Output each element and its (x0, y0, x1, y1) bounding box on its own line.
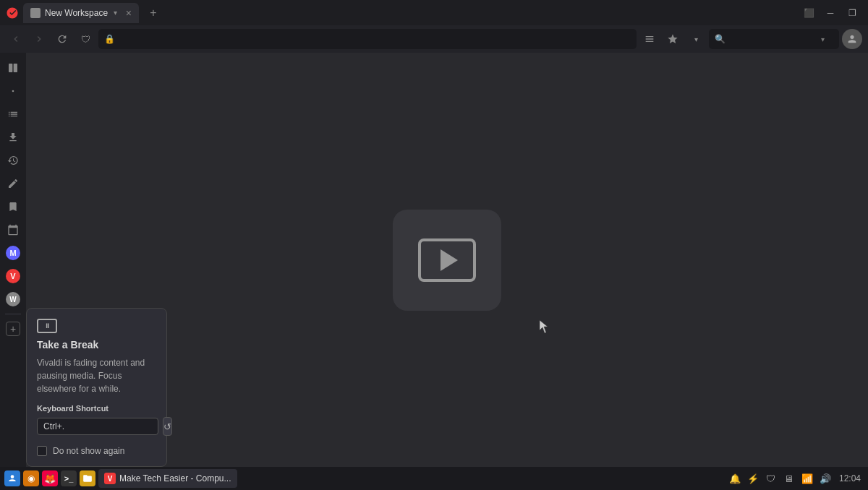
search-icon: 🔍 (715, 34, 726, 44)
taskbar-network-icon[interactable]: 📶 (800, 471, 814, 486)
bookmark-star-button[interactable] (663, 29, 683, 49)
svg-marker-3 (540, 320, 548, 333)
taskbar-terminal-icon[interactable]: >_ (61, 470, 77, 486)
svg-rect-0 (9, 64, 12, 72)
sidebar-divider (5, 314, 21, 314)
title-bar: New Workspace ▾ × + ⬛ ─ ❐ (0, 0, 868, 25)
tab-favicon (30, 8, 41, 18)
navigation-bar: 🛡 🔒 ▾ 🔍 ▾ (0, 25, 868, 53)
break-icon: ⏸ (37, 319, 57, 333)
shortcut-row: ↺ (37, 417, 156, 436)
media-paused-icon (393, 210, 501, 311)
cursor (540, 320, 548, 333)
shield-icon[interactable]: 🛡 (75, 29, 95, 49)
play-triangle (441, 249, 458, 271)
sidebar-item-add-panel[interactable]: + (2, 318, 24, 340)
address-input[interactable] (119, 34, 631, 45)
nav-dropdown-button[interactable]: ▾ (686, 29, 706, 49)
taskbar-app-label: Make Tech Easier - Compu... (119, 473, 231, 483)
do-not-show-label: Do not show again (53, 446, 124, 456)
taskbar-shield-icon[interactable]: 🛡 (764, 471, 778, 486)
sidebar-item-calendar[interactable] (2, 219, 24, 241)
taskbar-folder-icon[interactable] (80, 470, 95, 486)
svg-point-7 (11, 475, 14, 478)
lock-icon: 🔒 (104, 34, 115, 44)
search-dropdown-icon[interactable]: ▾ (821, 35, 825, 43)
take-a-break-panel: ⏸ Take a Break Vivaldi is fading content… (26, 308, 167, 467)
do-not-show-checkbox[interactable] (37, 446, 47, 456)
search-input[interactable] (730, 34, 817, 45)
sidebar-item-tab-strip[interactable] (2, 103, 24, 125)
bookmarks-button[interactable] (639, 29, 660, 49)
reload-button[interactable] (52, 29, 72, 49)
taskbar-penguin-icon[interactable] (4, 470, 20, 486)
taskbar-time: 12:04 (836, 473, 864, 483)
sidebar-item-history[interactable] (2, 150, 24, 171)
taskbar-display-icon[interactable]: 🖥 (782, 471, 796, 486)
restore-button[interactable]: ❐ (842, 5, 862, 21)
sidebar: M V W + (0, 53, 26, 467)
tab-dropdown-icon[interactable]: ▾ (114, 9, 117, 17)
window-controls: ⬛ ─ ❐ (799, 5, 862, 21)
sidebar-item-speed-dial[interactable] (2, 80, 24, 102)
svg-point-2 (12, 90, 14, 93)
taskbar-firefox-icon[interactable]: 🦊 (42, 470, 58, 486)
taskbar-right: 🔔 ⚡ 🛡 🖥 📶 🔊 12:04 (728, 471, 864, 486)
taskbar-vivaldi-app[interactable]: V Make Tech Easier - Compu... (98, 469, 237, 488)
new-tab-button[interactable]: + (143, 3, 163, 23)
svg-rect-1 (14, 64, 17, 72)
add-panel-icon: + (6, 322, 20, 336)
taskbar-left: ◉ 🦊 >_ V Make Tech Easier - Compu... (4, 469, 237, 488)
close-window-button[interactable]: ⬛ (799, 5, 819, 21)
sidebar-item-downloads[interactable] (2, 126, 24, 148)
search-bar[interactable]: 🔍 ▾ (709, 29, 839, 49)
sidebar-item-bookmarks[interactable] (2, 196, 24, 218)
taskbar-power-icon[interactable]: ⚡ (746, 471, 760, 486)
taskbar-volume-icon[interactable]: 🔊 (818, 471, 833, 486)
vivaldi-logo-icon (6, 7, 19, 20)
tab-title: New Workspace (45, 8, 108, 18)
sidebar-item-wikipedia[interactable]: W (2, 288, 24, 310)
sidebar-item-toggle-panels[interactable] (2, 57, 24, 79)
sidebar-item-vivaldi-social[interactable]: V (2, 265, 24, 287)
tab-close-button[interactable]: × (126, 7, 132, 19)
do-not-show-row: Do not show again (37, 446, 156, 456)
minimize-button[interactable]: ─ (820, 5, 841, 21)
vivaldi-circle: V (6, 269, 20, 283)
user-avatar[interactable] (842, 29, 862, 49)
shortcut-reset-button[interactable]: ↺ (163, 417, 172, 436)
address-bar[interactable]: 🔒 (98, 29, 637, 49)
tooltip-description: Vivaldi is fading content and pausing me… (37, 356, 156, 395)
mastodon-circle: M (6, 246, 20, 260)
shortcut-input[interactable] (37, 418, 158, 435)
shortcut-label: Keyboard Shortcut (37, 404, 156, 413)
sidebar-item-mastodon[interactable]: M (2, 242, 24, 264)
taskbar-bell-icon[interactable]: 🔔 (728, 471, 742, 486)
taskbar: ◉ 🦊 >_ V Make Tech Easier - Compu... 🔔 ⚡… (0, 467, 868, 490)
taskbar-orange-icon[interactable]: ◉ (23, 470, 39, 486)
forward-button[interactable] (29, 29, 49, 49)
tooltip-title: Take a Break (37, 339, 156, 351)
active-tab[interactable]: New Workspace ▾ × (23, 3, 139, 23)
wikipedia-circle: W (6, 292, 20, 306)
taskbar-vivaldi-icon: V (104, 473, 116, 484)
back-button[interactable] (6, 29, 26, 49)
sidebar-item-notes[interactable] (2, 173, 24, 194)
play-icon (418, 238, 476, 282)
